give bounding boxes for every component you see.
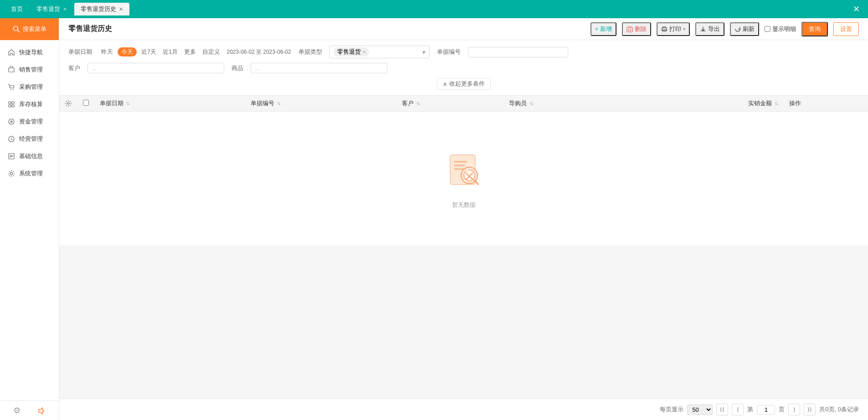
refresh-icon — [734, 26, 741, 32]
sidebar-item-sales-mgmt[interactable]: 销售管理 — [0, 61, 59, 78]
empty-text: 暂无数据 — [452, 201, 476, 209]
gear-settings-icon[interactable] — [65, 100, 72, 107]
page-actions: + 新增 删除 打印 ▾ — [591, 22, 859, 36]
table-container: 单据日期 ⇅ 单据编号 ⇅ 客户 ⇅ 导购员 ⇅ — [59, 96, 868, 399]
doc-type-select[interactable]: 零售退货 × ▾ — [329, 46, 430, 58]
th-amount[interactable]: 实销金额 ⇅ — [633, 96, 784, 112]
sidebar-item-quick-nav[interactable]: 快捷导航 — [0, 44, 59, 61]
date-last7[interactable]: 近7天 — [139, 47, 158, 56]
date-options: 昨天 今天 近7天 近1月 更多 自定义 2023-06-02 至 2023-0… — [99, 47, 291, 56]
svg-rect-19 — [454, 164, 465, 166]
tab-retail-return[interactable]: 零售退货 ✕ — [30, 3, 73, 15]
sort-doc-date-icon[interactable]: ⇅ — [126, 101, 130, 106]
purchase-icon — [7, 83, 15, 91]
svg-marker-12 — [39, 408, 42, 414]
query-button[interactable]: 查询 — [801, 22, 828, 36]
table-header-row: 单据日期 ⇅ 单据编号 ⇅ 客户 ⇅ 导购员 ⇅ — [59, 96, 868, 112]
page-header: 零售退货历史 + 新增 删除 打印 ▾ — [59, 18, 868, 40]
operation-icon — [7, 135, 15, 143]
svg-rect-18 — [454, 161, 467, 163]
main-layout: 搜索菜单 快捷导航 销售管理 — [0, 18, 868, 420]
print-button[interactable]: 打印 ▾ — [657, 22, 690, 36]
tab-bar-close-all[interactable]: ✕ — [849, 4, 863, 14]
date-filter-label: 单据日期 — [68, 48, 92, 56]
total-info: 共0页, 0条记录 — [819, 405, 859, 414]
sort-amount-icon[interactable]: ⇅ — [775, 101, 778, 106]
tab-bar: 首页 零售退货 ✕ 零售退货历史 ✕ ✕ — [0, 0, 868, 18]
show-detail-checkbox[interactable] — [765, 26, 770, 32]
doc-number-input[interactable] — [468, 47, 568, 57]
inventory-icon — [7, 100, 15, 108]
sort-customer-icon[interactable]: ⇅ — [416, 101, 420, 106]
new-button[interactable]: + 新增 — [591, 22, 616, 36]
tab-retail-return-close[interactable]: ✕ — [63, 6, 67, 12]
goods-label: 商品 — [231, 64, 243, 72]
export-label: 导出 — [708, 25, 720, 33]
sidebar-item-finance[interactable]: 资金管理 — [0, 113, 59, 130]
filter-row-2: 客户 ... 商品 ... — [68, 63, 859, 73]
date-last1month[interactable]: 近1月 — [161, 47, 180, 56]
export-button[interactable]: 导出 — [695, 22, 724, 36]
volume-footer-btn[interactable] — [37, 406, 46, 415]
date-custom[interactable]: 自定义 — [200, 47, 222, 56]
settings-footer-btn[interactable]: ⚙ — [13, 405, 21, 415]
show-detail-checkbox-label[interactable]: 显示明细 — [765, 25, 796, 33]
sales-icon — [7, 66, 15, 74]
svg-rect-15 — [663, 30, 666, 31]
svg-rect-13 — [627, 27, 632, 32]
customer-select[interactable]: ... — [87, 63, 224, 73]
search-icon — [13, 26, 20, 33]
basic-info-icon — [7, 152, 15, 160]
sidebar-item-inventory[interactable]: 库存核算 — [0, 96, 59, 113]
date-yesterday[interactable]: 昨天 — [99, 47, 115, 56]
th-doc-number[interactable]: 单据编号 ⇅ — [245, 96, 396, 112]
data-table: 单据日期 ⇅ 单据编号 ⇅ 客户 ⇅ 导购员 ⇅ — [59, 96, 868, 246]
setup-button[interactable]: 设置 — [833, 22, 859, 36]
last-page-btn[interactable]: ⟩⟩ — [804, 404, 816, 415]
delete-button[interactable]: 删除 — [622, 22, 651, 36]
goods-select[interactable]: ... — [251, 63, 387, 73]
per-page-select[interactable]: 10 20 50 100 — [687, 405, 713, 415]
sidebar-item-system-mgmt-label: 系统管理 — [19, 169, 43, 178]
refresh-button[interactable]: 刷新 — [730, 22, 759, 36]
select-all-checkbox[interactable] — [83, 100, 89, 106]
th-guide[interactable]: 导购员 ⇅ — [503, 96, 632, 112]
sidebar-search[interactable]: 搜索菜单 — [0, 18, 59, 40]
tab-home[interactable]: 首页 — [5, 3, 29, 15]
sidebar-item-system-mgmt[interactable]: 系统管理 — [0, 165, 59, 182]
th-customer[interactable]: 客户 ⇅ — [396, 96, 503, 112]
filter-area: 单据日期 昨天 今天 近7天 近1月 更多 自定义 2023-06-02 至 2… — [59, 40, 868, 96]
sidebar-item-purchase-mgmt[interactable]: 采购管理 — [0, 78, 59, 96]
doc-type-tag-close[interactable]: × — [363, 49, 365, 55]
empty-row: 暂无数据 — [59, 112, 868, 246]
date-today[interactable]: 今天 — [118, 47, 137, 56]
prev-page-btn[interactable]: ⟨ — [732, 404, 744, 415]
doc-type-tag: 零售退货 × — [334, 47, 369, 56]
th-settings[interactable] — [59, 96, 77, 112]
sidebar-item-operation-label: 经营管理 — [19, 135, 43, 143]
collapse-icon: ∧ — [443, 81, 447, 87]
sidebar-item-sales-mgmt-label: 销售管理 — [19, 66, 43, 74]
next-page-btn[interactable]: ⟩ — [788, 404, 800, 415]
tab-retail-return-history[interactable]: 零售退货历史 ✕ — [74, 3, 129, 15]
date-more[interactable]: 更多 — [182, 47, 198, 56]
th-actions: 操作 — [784, 96, 868, 112]
th-doc-date[interactable]: 单据日期 ⇅ — [94, 96, 245, 112]
empty-svg — [441, 148, 487, 194]
tab-retail-return-label: 零售退货 — [36, 5, 60, 13]
sort-doc-number-icon[interactable]: ⇅ — [277, 101, 281, 106]
page-label: 第 — [747, 405, 753, 414]
first-page-btn[interactable]: ⟨⟨ — [716, 404, 728, 415]
sort-guide-icon[interactable]: ⇅ — [529, 101, 533, 106]
collapse-filter-btn[interactable]: ∧ 收起更多条件 — [437, 78, 491, 90]
page-input[interactable] — [757, 405, 775, 415]
date-range-display: 2023-06-02 至 2023-06-02 — [226, 48, 291, 56]
goods-placeholder: ... — [255, 65, 260, 72]
th-checkbox[interactable] — [77, 96, 94, 112]
sidebar-item-operation[interactable]: 经营管理 — [0, 130, 59, 148]
sidebar-item-basic-info[interactable]: 基础信息 — [0, 148, 59, 165]
print-dropdown-icon[interactable]: ▾ — [683, 26, 685, 31]
content-area: 零售退货历史 + 新增 删除 打印 ▾ — [59, 18, 868, 420]
svg-rect-2 — [9, 68, 14, 72]
tab-retail-return-history-close[interactable]: ✕ — [119, 6, 123, 12]
